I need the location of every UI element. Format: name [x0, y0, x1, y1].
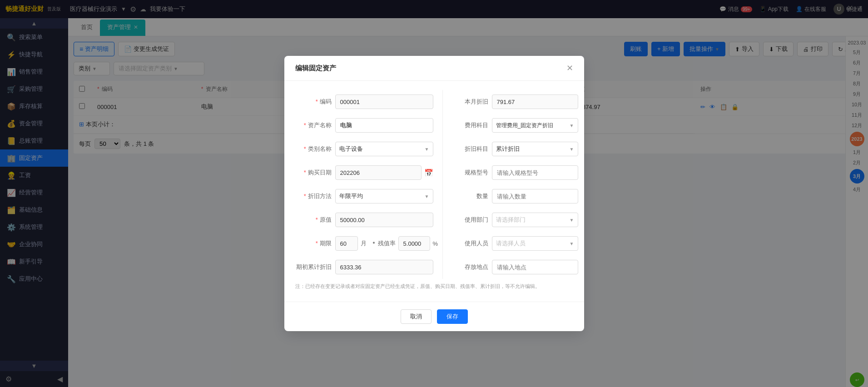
- location-input[interactable]: [492, 260, 578, 274]
- department-label: 使用部门: [452, 216, 488, 224]
- form-row-location: 存放地点: [452, 255, 578, 279]
- expense-subject-select[interactable]: 管理费用_固定资产折旧 ▼: [492, 118, 578, 133]
- edit-asset-modal: 编辑固定资产 ✕ * 编码: [284, 56, 584, 331]
- quantity-label: 数量: [452, 192, 488, 200]
- residual-rate-input[interactable]: [398, 236, 430, 251]
- code-label: * 编码: [295, 98, 332, 106]
- modal-header: 编辑固定资产 ✕: [284, 56, 584, 81]
- expense-subject-chevron: ▼: [570, 123, 574, 128]
- user-select[interactable]: 请选择人员 ▼: [492, 236, 578, 251]
- modal-overlay: 编辑固定资产 ✕ * 编码: [0, 0, 868, 387]
- monthly-dep-label: 本月折旧: [452, 98, 488, 106]
- category-select[interactable]: 电子设备 ▼: [335, 142, 433, 156]
- name-label: * 资产名称: [295, 121, 332, 129]
- period-unit: 月: [361, 239, 367, 248]
- purchase-date-group: 📅: [335, 165, 433, 180]
- initial-accumulated-label: 期初累计折旧: [295, 263, 332, 271]
- quantity-input[interactable]: [492, 189, 578, 203]
- form-row-spec: 规格型号: [452, 161, 578, 184]
- period-group: 月 * 残值率 %: [335, 236, 433, 251]
- category-name-label: * 类别名称: [295, 145, 332, 153]
- original-value-label: * 原值: [295, 216, 332, 224]
- form-row-user: 使用人员 请选择人员 ▼: [452, 232, 578, 255]
- purchase-date-input[interactable]: [335, 165, 422, 180]
- modal-title: 编辑固定资产: [295, 64, 336, 73]
- user-chevron: ▼: [570, 241, 574, 246]
- form-right-col: 本月折旧 费用科目 管理费用_固定资产折旧 ▼: [442, 90, 578, 279]
- dep-subject-label: 折旧科目: [452, 145, 488, 153]
- expense-subject-label: 费用科目: [452, 121, 488, 129]
- period-label: * 期限: [295, 239, 332, 248]
- residual-rate-label: 残值率: [378, 239, 396, 248]
- form-row-category: * 类别名称 电子设备 ▼: [295, 137, 433, 161]
- user-label: 使用人员: [452, 239, 488, 248]
- dep-method-label: * 折旧方法: [295, 192, 332, 200]
- dep-subject-chevron: ▼: [570, 147, 574, 152]
- spec-input[interactable]: [492, 165, 578, 180]
- form-row-quantity: 数量: [452, 184, 578, 208]
- calendar-icon[interactable]: 📅: [424, 169, 433, 177]
- form-row-dep-subject: 折旧科目 累计折旧 ▼: [452, 137, 578, 161]
- residual-rate-unit: %: [433, 240, 438, 247]
- cancel-button[interactable]: 取消: [401, 309, 432, 324]
- modal-body: * 编码 * 资产名称: [284, 81, 584, 302]
- form-row-initial-accumulated: 期初累计折旧: [295, 255, 433, 279]
- form-grid: * 编码 * 资产名称: [295, 90, 573, 279]
- form-row-monthly-dep: 本月折旧: [452, 90, 578, 114]
- name-input[interactable]: [335, 118, 433, 133]
- original-value-input[interactable]: [335, 213, 433, 227]
- department-select[interactable]: 请选择部门 ▼: [492, 213, 578, 227]
- code-input[interactable]: [335, 94, 433, 109]
- modal-footer: 取消 保存: [284, 302, 584, 331]
- purchase-date-label: * 购买日期: [295, 169, 332, 177]
- dep-method-chevron: ▼: [425, 194, 429, 199]
- monthly-dep-input: [492, 94, 578, 109]
- dep-method-select[interactable]: 年限平均 ▼: [335, 189, 433, 203]
- form-left-col: * 编码 * 资产名称: [295, 90, 442, 279]
- form-row-original-value: * 原值: [295, 208, 433, 232]
- save-button[interactable]: 保存: [437, 309, 468, 324]
- form-row-dep-method: * 折旧方法 年限平均 ▼: [295, 184, 433, 208]
- location-label: 存放地点: [452, 263, 488, 271]
- form-row-period: * 期限 月 * 残值率 %: [295, 232, 433, 255]
- category-select-chevron: ▼: [425, 147, 429, 152]
- modal-note: 注：已经存在变更记录或者对应固定资产已经生成凭证，原值、购买日期、残值率、累计折…: [295, 279, 573, 293]
- form-row-code: * 编码: [295, 90, 433, 114]
- department-chevron: ▼: [570, 218, 574, 223]
- initial-accumulated-input[interactable]: [335, 260, 433, 274]
- spec-label: 规格型号: [452, 169, 488, 177]
- form-row-expense-subject: 费用科目 管理费用_固定资产折旧 ▼: [452, 114, 578, 137]
- modal-close-btn[interactable]: ✕: [566, 63, 573, 73]
- period-input[interactable]: [335, 236, 358, 251]
- form-row-name: * 资产名称: [295, 114, 433, 137]
- dep-subject-select[interactable]: 累计折旧 ▼: [492, 142, 578, 156]
- form-row-department: 使用部门 请选择部门 ▼: [452, 208, 578, 232]
- form-row-purchase-date: * 购买日期 📅: [295, 161, 433, 184]
